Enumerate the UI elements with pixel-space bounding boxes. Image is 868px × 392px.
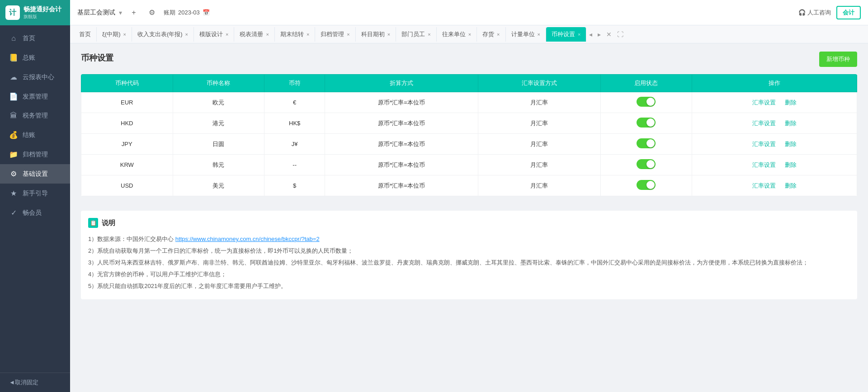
sidebar-logo: 计 畅捷通好会计 旗舰版 [0,0,70,25]
calendar-icon[interactable]: 📅 [203,9,210,16]
tab-dept[interactable]: 部门员工 × [396,27,436,42]
settings-gear-icon[interactable]: ⚙ [146,6,158,19]
toggle-enabled[interactable] [637,118,656,128]
tab-close-icon[interactable]: × [428,32,430,37]
sidebar-item-home[interactable]: ⌂ 首页 [0,29,70,48]
table-row: HKD 港元 HK$ 原币*汇率=本位币 月汇率 汇率设置 删除 [81,113,857,134]
tab-balance[interactable]: ξ(中期) × [97,27,132,42]
tab-template[interactable]: 模版设计 × [194,27,234,42]
delete-link[interactable]: 删除 [785,120,797,127]
sidebar-item-reports[interactable]: ☁ 云报表中心 [0,67,70,87]
notice-link[interactable]: https://www.chinamoney.com.cn/chinese/bk… [175,236,320,242]
currency-table: 币种代码 币种名称 币符 折算方式 汇率设置方式 启用状态 操作 EUR 欧元 … [81,74,857,196]
table-header: 币种代码 币种名称 币符 折算方式 汇率设置方式 启用状态 操作 [81,75,857,92]
sidebar-item-label: 税务管理 [23,112,48,120]
tab-unit[interactable]: 计量单位 × [506,27,546,42]
cell-code: USD [81,175,173,196]
toggle-enabled[interactable] [637,138,656,148]
sidebar-item-settle[interactable]: 💰 结账 [0,125,70,145]
notice-item-3: 3）人民币对马来西亚林吉特、俄罗斯卢布、南非兰特、韩元、阿联酋迪拉姆、沙特里亚尔… [88,257,850,269]
tab-close-icon[interactable]: × [123,32,126,37]
tab-close-icon[interactable]: × [538,32,540,37]
tab-archive[interactable]: 归档管理 × [315,27,355,42]
rate-setting-link[interactable]: 汇率设置 [752,99,776,106]
delete-link[interactable]: 删除 [785,182,797,189]
tab-home[interactable]: 首页 [74,27,97,42]
sidebar: 计 畅捷通好会计 旗舰版 ⌂ 首页 📒 总账 ☁ 云报表中心 📄 发票管理 🏛 … [0,0,70,392]
col-symbol: 币符 [264,75,325,92]
toggle-enabled[interactable] [637,180,656,190]
cell-symbol: $ [264,175,325,196]
tab-close-icon[interactable]: × [578,32,580,37]
tab-label: 币种设置 [552,30,575,38]
tab-close-all-btn[interactable]: ✕ [604,31,614,38]
tab-period-end[interactable]: 期末结转 × [275,27,315,42]
notice-item-1: 1）数据来源：中国外汇交易中心 https://www.chinamoney.c… [88,233,850,245]
delete-link[interactable]: 删除 [785,99,797,106]
tab-income[interactable]: 收入支出表(年报) × [132,27,194,42]
sidebar-item-guide[interactable]: ★ 新手引导 [0,184,70,203]
delete-link[interactable]: 删除 [785,161,797,168]
rate-setting-link[interactable]: 汇率设置 [752,141,776,147]
tab-inventory[interactable]: 存货 × [477,27,505,42]
rate-setting-link[interactable]: 汇率设置 [752,120,776,127]
cell-name: 日圆 [173,134,264,155]
cell-method: 原币*汇率=本位币 [325,92,478,113]
sidebar-pin-toggle[interactable]: ◄取消固定 [0,373,70,392]
new-currency-button[interactable]: 新增币种 [819,52,857,67]
tab-close-icon[interactable]: × [468,32,471,37]
tab-close-icon[interactable]: × [387,32,390,37]
cell-rate-type: 月汇率 [478,92,600,113]
cell-rate-type: 月汇率 [478,175,600,196]
sidebar-item-label: 云报表中心 [23,73,54,81]
toggle-enabled[interactable] [637,159,656,169]
topbar-right: 🎧 人工咨询 会计 [798,6,861,19]
sidebar-item-member[interactable]: ✓ 畅会员 [0,203,70,222]
invoice-icon: 📄 [9,92,18,101]
tab-label: 存货 [482,30,494,38]
tab-close-icon[interactable]: × [226,32,228,37]
sidebar-item-ledger[interactable]: 📒 总账 [0,48,70,67]
cell-status [600,175,692,196]
tab-close-icon[interactable]: × [307,32,309,37]
period-value: 2023-03 [178,9,200,16]
sidebar-item-label: 首页 [23,34,35,43]
sidebar-item-invoice[interactable]: 📄 发票管理 [0,87,70,106]
tab-label: ξ(中期) [102,30,120,38]
cell-rate-type: 月汇率 [478,134,600,155]
tab-prev-btn[interactable]: ◂ [586,31,595,38]
tab-close-icon[interactable]: × [185,32,188,37]
tab-currency[interactable]: 币种设置 × [546,27,586,42]
sidebar-item-label: 新手引导 [23,189,48,198]
cell-symbol: -- [264,155,325,175]
tab-tax[interactable]: 税表清册 × [234,27,274,42]
sidebar-item-tax[interactable]: 🏛 税务管理 [0,106,70,125]
service-label: 人工咨询 [807,9,831,17]
rate-setting-link[interactable]: 汇率设置 [752,182,776,189]
notice-icon: 📋 [88,218,98,228]
tax-icon: 🏛 [9,112,18,120]
cell-actions: 汇率设置 删除 [692,134,857,155]
tab-expand-btn[interactable]: ⛶ [614,31,626,38]
tab-client[interactable]: 往来单位 × [437,27,477,42]
account-button[interactable]: 会计 [836,6,861,19]
sidebar-item-settings[interactable]: ⚙ 基础设置 [0,164,70,184]
cell-symbol: HK$ [264,113,325,134]
delete-link[interactable]: 删除 [785,141,797,147]
add-workspace-btn[interactable]: + [127,6,140,19]
toggle-enabled[interactable] [637,97,656,107]
cell-status [600,92,692,113]
col-rate-type: 汇率设置方式 [478,75,600,92]
tab-subject[interactable]: 科目期初 × [356,27,396,42]
service-btn[interactable]: 🎧 人工咨询 [798,9,831,17]
tab-close-icon[interactable]: × [266,32,269,37]
sidebar-item-archive[interactable]: 📁 归档管理 [0,145,70,164]
workspace-selector[interactable]: 基层工会测试 ▾ [77,9,122,17]
tab-next-btn[interactable]: ▸ [595,31,604,38]
cell-actions: 汇率设置 删除 [692,113,857,134]
tab-close-icon[interactable]: × [497,32,500,37]
table-row: USD 美元 $ 原币*汇率=本位币 月汇率 汇率设置 删除 [81,175,857,196]
tab-close-icon[interactable]: × [347,32,349,37]
sidebar-item-label: 发票管理 [23,93,48,101]
rate-setting-link[interactable]: 汇率设置 [752,161,776,168]
